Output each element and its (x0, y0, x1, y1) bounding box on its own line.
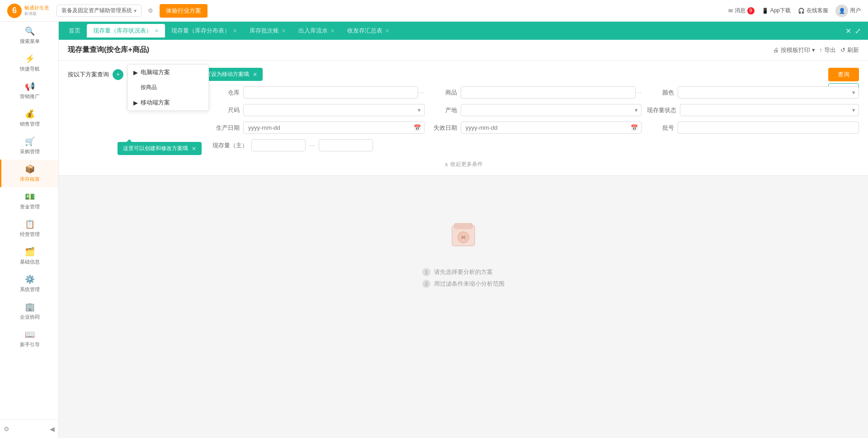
query-button[interactable]: 查询 (828, 68, 859, 81)
message-button[interactable]: ✉ 消息 9 (728, 7, 755, 14)
content-area: 首页 现存量（库存状况表） ✕ 现存量（库存分布表） ✕ 库存批次账 ✕ 出入库… (59, 22, 868, 438)
tab-close-inventory-dist[interactable]: ✕ (233, 28, 237, 34)
sidebar-settings-icon[interactable]: ⚙ (4, 425, 9, 433)
refresh-icon: ↺ (840, 47, 845, 53)
scheme-tooltip-close-icon[interactable]: ✕ (253, 71, 257, 78)
sidebar-item-system[interactable]: ⚙️ 系统管理 (0, 270, 58, 297)
edit-tooltip-close-icon[interactable]: ✕ (192, 146, 196, 152)
chevron-down-icon: ▾ (134, 8, 137, 14)
close-all-tabs-icon[interactable]: ✕ (845, 27, 851, 35)
sidebar-item-sales[interactable]: 💰 销售管理 (0, 104, 58, 132)
sidebar: 🔍 搜索菜单 ⚡ 快捷导航 📢 营销推广 💰 销售管理 🛒 采购管理 (0, 22, 59, 438)
plus-icon: + (116, 71, 119, 78)
form-row-1: 仓库 ··· 商品 ··· (212, 86, 859, 99)
search-icon: 🔍 (25, 26, 35, 36)
refresh-button[interactable]: ↺ 刷新 (840, 46, 859, 54)
color-input[interactable] (678, 86, 859, 99)
form-row-4: 现存量（主） — (212, 139, 859, 151)
headset-icon: 🎧 (798, 8, 805, 14)
sidebar-item-inventory[interactable]: 📦 库存核算 (0, 160, 58, 187)
expand-arrow-icon: ▶ (133, 69, 138, 76)
inventory-min-input[interactable] (251, 139, 306, 151)
sidebar-item-guide[interactable]: 📖 新手引导 (0, 325, 58, 353)
scheme-tree-desktop[interactable]: ▶ 电脑端方案 (128, 65, 208, 80)
goods-dots-icon[interactable]: ··· (636, 89, 642, 97)
goods-input[interactable] (461, 86, 636, 99)
produce-date-input[interactable] (243, 122, 425, 134)
sidebar-item-quick-nav[interactable]: ⚡ 快捷导航 (0, 49, 58, 77)
empty-tips: 1 请先选择要分析的方案 2 用过滤条件来缩小分析范围 (422, 266, 505, 290)
system-selector[interactable]: 装备及固定资产辅助管理系统 ▾ (57, 5, 142, 17)
print-chevron-icon: ▾ (812, 47, 815, 53)
message-icon: ✉ (728, 8, 733, 14)
produce-date-label: 生产日期 (212, 124, 240, 132)
empty-illustration (441, 212, 486, 257)
warehouse-select-wrapper: ··· (243, 86, 425, 99)
tab-bar: 首页 现存量（库存状况表） ✕ 现存量（库存分布表） ✕ 库存批次账 ✕ 出入库… (59, 22, 868, 40)
logo-text: 畅通好生意 标准版 (24, 5, 49, 17)
tab-close-receive-summary[interactable]: ✕ (385, 28, 389, 34)
app-download-button[interactable]: 📱 App下载 (762, 7, 791, 14)
collapse-row: ∧ 收起更多条件 (68, 157, 859, 168)
tab-close-inventory-status[interactable]: ✕ (155, 28, 159, 34)
print-template-button[interactable]: 🖨 按模板打印 ▾ (773, 46, 815, 54)
tab-close-batch-account[interactable]: ✕ (282, 28, 286, 34)
empty-state: 1 请先选择要分析的方案 2 用过滤条件来缩小分析范围 (59, 176, 868, 326)
produce-date-calendar-icon[interactable]: 📅 (414, 124, 421, 131)
scheme-tree-mobile[interactable]: ▶ 移动端方案 (128, 95, 208, 110)
form-row-2: 尺码 ▾ 产地 ▾ (212, 104, 859, 116)
sidebar-item-search[interactable]: 🔍 搜索菜单 (0, 22, 58, 49)
scheme-tree-sub-item[interactable]: 按商品 (128, 80, 208, 95)
logo-area: 6 畅通好生意 标准版 (7, 4, 49, 18)
sidebar-item-operations[interactable]: 📋 经营管理 (0, 215, 58, 242)
sidebar-item-purchase[interactable]: 🛒 采购管理 (0, 132, 58, 160)
tab-receive-summary[interactable]: 收发存汇总表 ✕ (341, 24, 396, 38)
tab-inventory-status[interactable]: 现存量（库存状况表） ✕ (87, 24, 165, 38)
add-scheme-button[interactable]: + (113, 69, 123, 80)
tab-close-io-flow[interactable]: ✕ (330, 28, 335, 34)
building-icon: 🏢 (25, 302, 35, 312)
goods-label: 商品 (430, 89, 457, 97)
settings-icon[interactable]: ⚙ (143, 4, 158, 18)
tab-home[interactable]: 首页 (62, 24, 87, 38)
phone-icon: 📱 (762, 8, 769, 14)
expire-date-label: 失效日期 (430, 124, 457, 132)
warehouse-input[interactable] (243, 86, 418, 99)
tab-io-flow[interactable]: 出入库流水 ✕ (292, 24, 341, 38)
expire-date-calendar-icon[interactable]: 📅 (631, 124, 638, 131)
message-badge: 9 (747, 7, 755, 14)
sidebar-collapse-icon[interactable]: ◀ (50, 425, 55, 433)
export-button[interactable]: ↑ 导出 (820, 46, 836, 54)
expire-date-input[interactable] (461, 122, 642, 134)
sidebar-item-basic-info[interactable]: 🗂️ 基础信息 (0, 242, 58, 270)
origin-input[interactable] (461, 104, 642, 116)
avatar: 👤 (835, 5, 848, 17)
sidebar-item-marketing[interactable]: 📢 营销推广 (0, 77, 58, 104)
tab-inventory-dist[interactable]: 现存量（库存分布表） ✕ (165, 24, 243, 38)
warehouse-dots-icon[interactable]: ··· (418, 89, 424, 97)
page-header-actions: 🖨 按模板打印 ▾ ↑ 导出 ↺ 刷新 (773, 46, 859, 60)
user-button[interactable]: 👤 用户 (835, 5, 861, 17)
top-bar: 6 畅通好生意 标准版 装备及固定资产辅助管理系统 ▾ ⚙ 体验行业方案 ✉ 消… (0, 0, 868, 22)
size-select-wrapper: ▾ (243, 104, 425, 116)
sidebar-bottom: ⚙ ◀ (0, 419, 58, 438)
app-wrapper: 6 畅通好生意 标准版 装备及固定资产辅助管理系统 ▾ ⚙ 体验行业方案 ✉ 消… (0, 0, 868, 438)
expand-icon[interactable]: ⤢ (855, 27, 861, 35)
origin-select-wrapper: ▾ (461, 104, 642, 116)
form-group-goods: 商品 ··· (430, 86, 642, 99)
sidebar-item-finance[interactable]: 💵 资金管理 (0, 187, 58, 215)
inventory-max-input[interactable] (319, 139, 373, 151)
money-icon: 💰 (25, 109, 35, 119)
form-group-inventory-main: 现存量（主） — (212, 139, 859, 151)
inventory-state-input[interactable] (680, 104, 859, 116)
size-input[interactable] (243, 104, 425, 116)
online-support-button[interactable]: 🎧 在线客服 (798, 7, 828, 14)
scheme-tree-panel: ▶ 电脑端方案 按商品 ▶ 移动端方案 (127, 64, 209, 111)
trial-button[interactable]: 体验行业方案 (160, 4, 208, 18)
sidebar-item-enterprise[interactable]: 🏢 企业协同 (0, 297, 58, 325)
finance-icon: 💵 (25, 192, 35, 202)
expire-date-wrapper: 📅 (461, 122, 642, 134)
tab-batch-account[interactable]: 库存批次账 ✕ (243, 24, 292, 38)
collapse-button[interactable]: ∧ 收起更多条件 (444, 160, 483, 168)
batch-input[interactable] (678, 122, 859, 134)
